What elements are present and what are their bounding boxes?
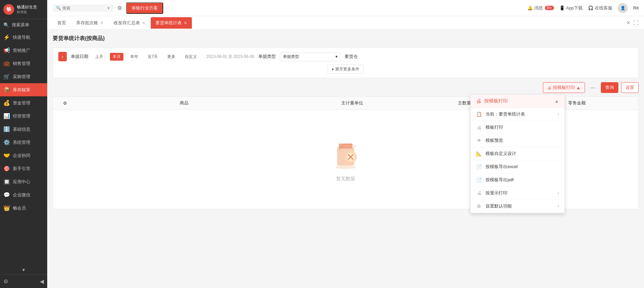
chevron-right-icon: › — [558, 204, 559, 209]
sidebar-item-basic[interactable]: ℹ️ 基础信息 — [0, 123, 47, 136]
page-content: 要货单统计表(按商品) › 单据日期 上月 本月 本年 近7天 更多 自定义 2… — [47, 30, 644, 288]
settings-icon[interactable]: ⚙ — [3, 278, 8, 285]
marketing-icon: 📢 — [3, 47, 10, 54]
sidebar-navigation: ⚡ 快捷导航 📢 营销推广 💼 销售管理 🛒 采购管理 📦 库存核算 💰 资金管… — [0, 31, 47, 265]
date-range-display: 2023-06-01 至 2023-06-30 — [206, 54, 254, 60]
more-options-button[interactable]: ··· — [588, 83, 598, 93]
print-icon: 🖨 — [476, 125, 482, 130]
item-left: 📐 模板自定义设计 — [476, 151, 516, 157]
maximize-window-icon[interactable]: ⛶ — [633, 20, 639, 26]
date-btn-custom[interactable]: 自定义 — [182, 53, 200, 61]
dropdown-item-export-excel[interactable]: 📄 按模板导出excel — [471, 160, 564, 173]
current-template-left: 📋 当前：要货单统计表 — [476, 111, 525, 117]
sidebar-item-marketing[interactable]: 📢 营销推广 — [0, 44, 47, 57]
username: Rit — [633, 5, 639, 10]
sidebar-item-apps[interactable]: 🔲 应用中心 — [0, 175, 47, 188]
tab-batch-account-label: 库存批次账 — [76, 20, 98, 26]
type-select-value: 单据类型 — [283, 54, 299, 60]
sidebar-item-member[interactable]: 👑 畅会员 — [0, 201, 47, 215]
header-actions: 🔔 消息 99+ 📱 App下载 🎧 在线客服 👤 Rit — [527, 3, 639, 13]
date-btn-this-year[interactable]: 本年 — [127, 53, 141, 61]
tab-batch-account[interactable]: 库存批次账 ✕ — [71, 17, 108, 29]
purchase-icon: 🛒 — [3, 73, 10, 80]
svg-point-0 — [335, 165, 356, 169]
print-template-button[interactable]: 🖨 按模板打印 ▲ — [543, 82, 585, 93]
sidebar-item-shortcut[interactable]: ⚡ 快捷导航 — [0, 31, 47, 44]
sidebar-item-label: 企业协同 — [13, 153, 30, 159]
app-download-button[interactable]: 📱 App下载 — [559, 5, 583, 11]
window-controls: ✕ ⛶ — [626, 20, 639, 26]
basic-icon: ℹ️ — [3, 126, 10, 132]
search-input[interactable] — [62, 6, 106, 10]
dropdown-item-template-design[interactable]: 📐 模板自定义设计 — [471, 147, 564, 160]
sidebar-item-operations[interactable]: 📊 经营管理 — [0, 109, 47, 123]
default-icon: ⚙ — [476, 203, 482, 209]
filter-toggle-button[interactable]: › — [58, 52, 67, 61]
tab-order-stats-close[interactable]: ✕ — [184, 21, 187, 25]
settings-button[interactable]: 设置 — [621, 82, 639, 93]
filter-row-1: › 单据日期 上月 本月 本年 近7天 更多 自定义 2023-06-01 至 … — [58, 52, 633, 61]
date-btn-last-month[interactable]: 上月 — [92, 53, 106, 61]
settings-icon[interactable]: ⚙ — [63, 101, 67, 106]
item-label: 按模板导出excel — [486, 164, 518, 170]
logo-text: 畅通好生意 标准版 — [17, 4, 37, 15]
avatar-placeholder: 👤 — [620, 6, 625, 10]
sidebar-item-label: 畅会员 — [13, 205, 26, 211]
sidebar-item-inventory[interactable]: 📦 库存核算 — [0, 83, 47, 96]
sidebar-item-sales[interactable]: 💼 销售管理 — [0, 57, 47, 70]
sidebar-item-collab[interactable]: 🤝 企业协同 — [0, 149, 47, 162]
sidebar-item-finance[interactable]: 💰 资金管理 — [0, 96, 47, 109]
chevron-down-icon[interactable]: ▾ — [108, 6, 110, 10]
tab-order-stats-label: 要货单统计表 — [155, 20, 182, 26]
sidebar-item-label: 基础信息 — [13, 126, 30, 132]
item-left: 👁 模板预览 — [476, 137, 503, 143]
date-btn-this-month[interactable]: 本月 — [110, 53, 123, 61]
sidebar-item-guide[interactable]: 🎯 新手引导 — [0, 162, 47, 175]
sidebar-item-label: 经营管理 — [13, 113, 30, 119]
sidebar-item-purchase[interactable]: 🛒 采购管理 — [0, 70, 47, 83]
tab-order-stats[interactable]: 要货单统计表 ✕ — [151, 17, 192, 29]
tab-receipt-summary[interactable]: 收发存汇总表 ✕ — [109, 17, 150, 29]
phone-icon: 📱 — [559, 5, 565, 10]
tab-batch-account-close[interactable]: ✕ — [100, 21, 104, 25]
date-btn-7days[interactable]: 近7天 — [145, 53, 161, 61]
dropdown-close-icon[interactable]: ▲ — [554, 98, 559, 104]
close-window-icon[interactable]: ✕ — [626, 20, 631, 26]
tab-home[interactable]: 首页 — [53, 17, 71, 29]
sidebar-item-label: 新手引导 — [13, 166, 30, 172]
page-title: 要货单统计表(按商品) — [53, 35, 639, 42]
sidebar-scroll-down[interactable]: ▼ — [0, 265, 47, 275]
empty-illustration — [329, 137, 362, 170]
apps-icon: 🔲 — [3, 179, 10, 185]
item-left: 📄 按模板导出excel — [476, 164, 518, 170]
date-filter-label: 单据日期 — [71, 54, 88, 60]
date-btn-more[interactable]: 更多 — [165, 53, 178, 61]
message-button[interactable]: 🔔 消息 99+ — [527, 5, 554, 11]
gear-icon[interactable]: ⚙ — [117, 5, 122, 11]
dropdown-item-template-preview[interactable]: 👁 模板预览 — [471, 134, 564, 147]
header-search[interactable]: 🔍 ▾ — [53, 4, 113, 12]
type-select[interactable]: 单据类型 ▾ — [280, 52, 341, 61]
online-service-button[interactable]: 🎧 在线客服 — [588, 5, 612, 11]
expand-filter-button[interactable]: ▾ 展开更多条件 — [327, 65, 364, 74]
tab-receipt-summary-close[interactable]: ✕ — [142, 21, 145, 25]
dropdown-display-print[interactable]: 🖨 按显示打印 › — [471, 187, 564, 200]
sidebar-item-wechat[interactable]: 💬 企业微信 — [0, 188, 47, 201]
settings-btn-label: 设置 — [625, 85, 634, 91]
dropdown-item-export-pdf[interactable]: 📄 按模板导出pdf — [471, 173, 564, 187]
dropdown-current-template[interactable]: 📋 当前：要货单统计表 › — [471, 108, 564, 121]
sidebar-search[interactable]: 🔍 搜索菜单 — [0, 19, 47, 31]
collapse-icon[interactable]: ◀ — [40, 278, 44, 285]
empty-text: 暂无数据 — [336, 176, 355, 182]
trial-button[interactable]: 体验行业方案 — [126, 2, 163, 14]
dropdown-set-default[interactable]: ⚙ 设置默认功能 › — [471, 200, 564, 213]
avatar[interactable]: 👤 — [618, 3, 628, 13]
dropdown-item-template-print[interactable]: 🖨 模板打印 — [471, 121, 564, 134]
print-btn-label: 按模板打印 — [553, 85, 575, 91]
sidebar-item-label: 销售管理 — [13, 61, 30, 67]
dropdown-title-area: 🖨 按模板打印 — [476, 98, 508, 104]
sidebar-item-system[interactable]: ⚙️ 系统管理 — [0, 136, 47, 149]
query-button[interactable]: 查询 — [601, 82, 618, 93]
table-col-checkbox: ⚙ — [58, 101, 72, 106]
sidebar-item-label: 营销推广 — [13, 47, 30, 54]
